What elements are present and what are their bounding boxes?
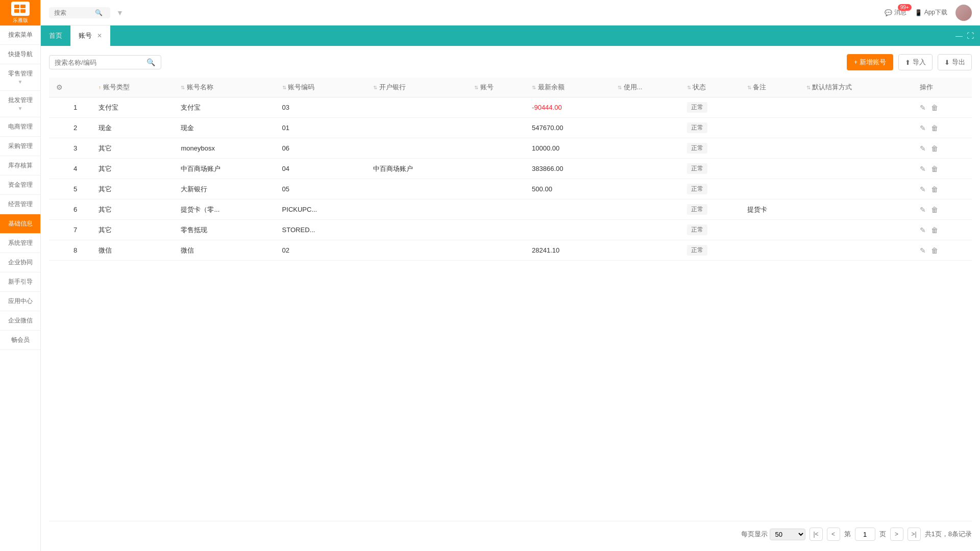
edit-icon[interactable]: ✎ [920,246,926,255]
per-page-select[interactable]: 50 20 100 [770,529,805,540]
settings-gear-icon[interactable]: ⚙ [56,83,63,91]
col-account-no[interactable]: ⇅ 账号 [470,78,528,97]
cell-actions: ✎ 🗑 [916,179,972,199]
edit-icon[interactable]: ✎ [920,124,926,132]
sidebar-item-app-center[interactable]: 应用中心 [0,292,40,311]
cell-usage [614,220,683,240]
sidebar-item-new-guide[interactable]: 新手引导 [0,272,40,292]
sidebar-item-purchase-mgmt[interactable]: 采购管理 [0,137,40,156]
col-balance[interactable]: ⇅ 最新余额 [528,78,614,97]
edit-icon[interactable]: ✎ [920,185,926,193]
col-default-settlement[interactable]: ⇅ 默认结算方式 [802,78,916,97]
col-notes[interactable]: ⇅ 备注 [743,78,802,97]
delete-icon[interactable]: 🗑 [931,144,938,153]
user-avatar[interactable] [955,5,972,21]
sidebar-item-operations-mgmt[interactable]: 经营管理 [0,195,40,214]
cell-account-no [470,179,528,199]
export-button[interactable]: ⬇ 导出 [938,54,972,70]
col-bank[interactable]: ⇅ 开户银行 [369,78,470,97]
cell-default-settlement [802,179,916,199]
cell-settings [49,97,69,118]
sort-icon: ⇅ [806,85,811,90]
cell-bank [369,118,470,138]
sidebar-item-label: 批发管理 [2,96,38,105]
sidebar-item-label: 库存核算 [2,161,38,170]
delete-icon[interactable]: 🗑 [931,226,938,234]
cell-settings [49,138,69,159]
edit-icon[interactable]: ✎ [920,165,926,173]
col-account-code[interactable]: ⇅ 账号编码 [278,78,369,97]
cell-account-type: 其它 [94,220,177,240]
cell-account-code: STORED... [278,220,369,240]
delete-icon[interactable]: 🗑 [931,165,938,173]
svg-rect-1 [20,5,26,8]
edit-icon[interactable]: ✎ [920,104,926,112]
header-search-box[interactable]: 🔍 [49,7,110,18]
message-icon: 💬 [885,9,892,16]
page-first-button[interactable]: |< [810,528,823,541]
delete-icon[interactable]: 🗑 [931,124,938,132]
edit-icon[interactable]: ✎ [920,206,926,214]
content-search-box[interactable]: 🔍 [49,55,161,69]
delete-icon[interactable]: 🗑 [931,206,938,214]
add-account-button[interactable]: + 新增账号 [847,54,893,70]
col-account-type[interactable]: ↑ 账号类型 [94,78,177,97]
sidebar-item-search-menu[interactable]: 搜索菜单 [0,26,40,45]
edit-icon[interactable]: ✎ [920,226,926,234]
cell-status: 正常 [683,138,743,159]
sidebar-item-basic-info[interactable]: 基础信息 [0,214,40,234]
sidebar-item-enterprise-agreement[interactable]: 企业协同 [0,253,40,272]
notification-badge: 99+ [898,4,912,11]
page-prev-button[interactable]: < [827,528,840,541]
import-button[interactable]: ⬆ 导入 [898,54,933,70]
cell-actions: ✎ 🗑 [916,97,972,118]
accounts-table-wrapper: ⚙ ↑ 账号类型 ⇅ 账号名称 ⇅ 账号编码 [49,78,972,521]
sidebar-item-system-mgmt[interactable]: 系统管理 [0,234,40,253]
page-last-button[interactable]: >| [908,528,921,541]
col-account-name[interactable]: ⇅ 账号名称 [177,78,278,97]
tab-account[interactable]: 账号 ✕ [70,26,110,46]
content-search-icon[interactable]: 🔍 [146,58,155,66]
sidebar-item-retail-mgmt[interactable]: 零售管理 ▼ [0,64,40,91]
app-download-button[interactable]: 📱 App下载 [915,8,947,17]
sidebar-item-ecommerce-mgmt[interactable]: 电商管理 [0,117,40,137]
sort-icon: ⇅ [181,85,185,90]
cell-usage [614,118,683,138]
message-button[interactable]: 💬 消息 99+ [885,8,906,17]
cell-actions: ✎ 🗑 [916,199,972,220]
page-next-button[interactable]: > [890,528,903,541]
cell-default-settlement [802,159,916,179]
edit-icon[interactable]: ✎ [920,144,926,153]
delete-icon[interactable]: 🗑 [931,185,938,193]
cell-account-type: 其它 [94,138,177,159]
sidebar-item-label: 应用中心 [2,297,38,306]
dropdown-icon[interactable]: ▼ [116,9,124,17]
sidebar-item-member[interactable]: 畅会员 [0,331,40,350]
cell-settings [49,240,69,261]
delete-icon[interactable]: 🗑 [931,246,938,255]
sidebar-item-quick-nav[interactable]: 快捷导航 [0,45,40,64]
col-status[interactable]: ⇅ 状态 [683,78,743,97]
header-left: 🔍 ▼ [49,7,124,18]
sidebar-item-inventory[interactable]: 库存核算 [0,156,40,176]
cell-default-settlement [802,118,916,138]
app-logo-text: 乐雁版 [13,17,28,24]
status-badge: 正常 [687,204,707,215]
sidebar-item-wholesale-mgmt[interactable]: 批发管理 ▼ [0,91,40,117]
page-number-input[interactable] [855,528,875,541]
tab-home[interactable]: 首页 [41,26,70,46]
sidebar-item-enterprise-wechat[interactable]: 企业微信 [0,311,40,331]
cell-account-type: 微信 [94,240,177,261]
tab-close-icon[interactable]: ✕ [97,32,102,39]
delete-icon[interactable]: 🗑 [931,104,938,112]
content-search-input[interactable] [55,59,146,66]
cell-balance: 383866.00 [528,159,614,179]
tab-expand-icon[interactable]: ⛶ [967,32,974,40]
tab-bar: 首页 账号 ✕ — ⛶ [41,26,980,46]
header-search-input[interactable] [54,9,95,16]
main-content: 🔍 ▼ 💬 消息 99+ 📱 App下载 首页 账号 ✕ — [41,0,980,551]
sidebar-item-label: 新手引导 [2,278,38,286]
tab-minimize-icon[interactable]: — [955,32,963,40]
sidebar-item-finance-mgmt[interactable]: 资金管理 [0,176,40,195]
col-usage[interactable]: ⇅ 使用... [614,78,683,97]
